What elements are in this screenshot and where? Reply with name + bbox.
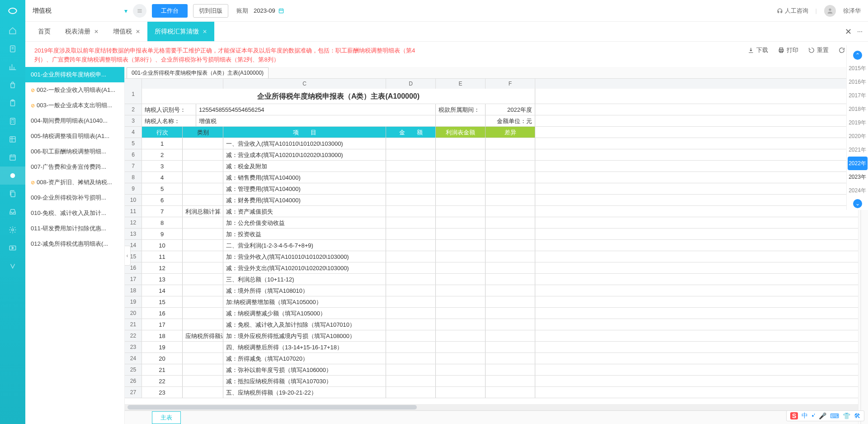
table-row[interactable]: 117利润总额计算减：资产减值损失 (125, 206, 858, 217)
nav-video-icon[interactable] (0, 239, 25, 257)
switch-old-button[interactable]: 切到旧版 (193, 4, 228, 18)
ime-bar[interactable]: S 中 •' 🎤 ⌨ 👕 🛠 (786, 410, 864, 421)
h-scrollbar[interactable] (125, 404, 858, 410)
year-button[interactable]: 2020年 (848, 129, 868, 143)
table-row[interactable]: 1612减：营业外支出(填写A102010\102020\103000) (125, 262, 858, 274)
nav-form-icon[interactable] (0, 130, 25, 148)
close-icon[interactable]: ✕ (203, 29, 207, 35)
nav-chart-icon[interactable] (0, 58, 25, 76)
form-nav-item[interactable]: 012-减免所得税优惠明细表(... (25, 236, 124, 252)
year-button[interactable]: 2021年 (848, 143, 868, 157)
form-nav-item[interactable]: 007-广告费和业务宣传费跨... (25, 159, 124, 175)
form-nav-item[interactable]: 004-期间费用明细表(A1040... (25, 113, 124, 129)
table-row[interactable]: 2016减：纳税调整减少额（填写A105000） (125, 308, 858, 319)
nav-bag-icon[interactable] (0, 76, 25, 94)
form-nav-item[interactable]: 001-企业所得税年度纳税申... (25, 67, 124, 82)
user-name[interactable]: 徐泽华 (843, 7, 861, 15)
nav-calendar-icon[interactable] (0, 148, 25, 167)
reset-button[interactable]: 重置 (808, 46, 829, 54)
table-row[interactable]: 1410二、营业利润(1-2-3-4-5-6-7+8+9) (125, 240, 858, 251)
consult-link[interactable]: 人工咨询 (777, 7, 808, 15)
form-nav-item[interactable]: ⊘008-资产折旧、摊销及纳税... (25, 175, 124, 190)
table-row[interactable]: 51一、营业收入(填写A101010\101020\103000) (125, 138, 858, 149)
svg-point-8 (12, 229, 14, 231)
sheet-footer-tab[interactable]: 主表 (152, 411, 181, 424)
nav-v-icon[interactable] (0, 257, 25, 275)
close-icon[interactable]: ✕ (136, 29, 140, 35)
year-button[interactable]: 2019年 (848, 116, 868, 129)
table-row[interactable]: 2521减：弥补以前年度亏损（填写A106000） (125, 364, 858, 376)
print-button[interactable]: 打印 (778, 46, 798, 54)
period-label: 账期 (236, 7, 248, 15)
nav-inbox-icon[interactable] (0, 203, 25, 221)
nav-settings-icon[interactable] (0, 221, 25, 239)
tab-more-button[interactable]: ⋯ (857, 29, 863, 35)
nav-tax-icon[interactable] (0, 167, 25, 185)
table-row[interactable]: 139加：投资收益 (125, 229, 858, 240)
scroll-down-button[interactable]: ⌄ (853, 199, 862, 208)
download-button[interactable]: 下载 (748, 46, 768, 54)
tab-vat[interactable]: 增值税✕ (106, 22, 147, 41)
year-button[interactable]: 2024年 (848, 184, 868, 197)
collapse-left-handle[interactable]: ‹ (125, 246, 131, 266)
tab-tax-list[interactable]: 税表清册✕ (58, 22, 106, 41)
app-logo[interactable] (0, 0, 25, 22)
ime-tool-icon: 🛠 (854, 412, 860, 419)
table-row[interactable]: 84减：销售费用(填写A104000) (125, 172, 858, 183)
table-row[interactable]: 2117减：免税、减计收入及加计扣除（填写A107010） (125, 319, 858, 330)
year-button[interactable]: 2015年 (848, 62, 868, 75)
year-button[interactable]: 2023年 (848, 170, 868, 184)
table-row[interactable]: 2622减：抵扣应纳税所得额（填写A107030） (125, 376, 858, 387)
nav-copy-icon[interactable] (0, 185, 25, 203)
table-row[interactable]: 1915加:纳税调整增加额（填写A105000） (125, 296, 858, 308)
table-row[interactable]: 2319四、纳税调整后所得（13-14+15-16-17+18） (125, 342, 858, 353)
spreadsheet[interactable]: 1企业所得税年度纳税申报表（A类）主表(A100000) 2 纳税人识别号： 1… (125, 89, 858, 404)
close-icon[interactable]: ✕ (94, 29, 99, 35)
workbench-button[interactable]: 工作台 (152, 4, 188, 18)
year-button[interactable]: 2016年 (848, 75, 868, 89)
year-button[interactable]: 2017年 (848, 89, 868, 102)
table-row[interactable]: 1814减：境外所得（填写A108010） (125, 285, 858, 296)
download-icon (748, 47, 754, 53)
table-row[interactable]: 73减：税金及附加 (125, 161, 858, 172)
tab-home[interactable]: 首页 (31, 22, 58, 41)
form-nav: 001-企业所得税年度纳税申...⊘002-一般企业收入明细表(A1...⊘00… (25, 67, 125, 424)
menu-toggle-button[interactable] (133, 4, 146, 18)
svg-rect-4 (10, 137, 15, 142)
scroll-up-button[interactable]: ⌃ (853, 51, 862, 60)
year-button[interactable]: 2018年 (848, 102, 868, 116)
form-nav-item[interactable]: 009-企业所得税弥补亏损明... (25, 190, 124, 205)
warn-icon: ⊘ (31, 87, 35, 93)
avatar[interactable] (824, 5, 836, 17)
form-nav-item[interactable]: 005-纳税调整项目明细表(A1... (25, 129, 124, 144)
org-selector[interactable]: 增值税 ▾ (33, 7, 127, 15)
table-row[interactable]: 2420减：所得减免（填写A107020） (125, 353, 858, 364)
tab-income-tax[interactable]: 所得税汇算清缴✕ (147, 22, 214, 41)
sheet-tab[interactable]: 001-企业所得税年度纳税申报表（A类）主表(A100000) (127, 67, 269, 78)
sheet-title: 企业所得税年度纳税申报表（A类）主表(A100000) (142, 89, 535, 104)
table-row[interactable]: 2723五、应纳税所得额（19-20-21-22） (125, 387, 858, 398)
period-picker[interactable]: 2023-09 (254, 7, 284, 14)
form-nav-item[interactable]: 010-免税、减计收入及加计... (25, 205, 124, 221)
table-row[interactable]: 62减：营业成本(填写A102010\102020\103000) (125, 149, 858, 161)
form-nav-item[interactable]: ⊘002-一般企业收入明细表(A1... (25, 82, 124, 98)
table-row[interactable]: 1713三、利润总额（10+11-12) (125, 274, 858, 285)
form-nav-item[interactable]: ⊘003-一般企业成本支出明细... (25, 98, 124, 113)
tab-close-button[interactable]: ✕ (845, 27, 852, 37)
svg-rect-7 (11, 192, 15, 197)
nav-home-icon[interactable] (0, 22, 25, 40)
table-row[interactable]: 2218应纳税所得额计算加：境外应税所得抵减境内亏损（填写A108000） (125, 330, 858, 342)
nav-doc-icon[interactable] (0, 40, 25, 58)
table-row[interactable]: 106减：财务费用(填写A104000) (125, 195, 858, 206)
form-nav-item[interactable]: 011-研发费用加计扣除优惠... (25, 221, 124, 236)
form-nav-item[interactable]: 006-职工薪酬纳税调整明细... (25, 144, 124, 159)
table-row[interactable]: 1511加：营业外收入(填写A101010\101020\103000) (125, 251, 858, 262)
year-button[interactable]: 2022年 (848, 157, 868, 170)
table-row[interactable]: 128加：公允价值变动收益 (125, 217, 858, 229)
table-row[interactable]: 95减：管理费用(填写A104000) (125, 183, 858, 195)
nav-clipboard-icon[interactable] (0, 94, 25, 112)
warn-icon: ⊘ (31, 180, 35, 186)
col-letter: C (223, 79, 386, 89)
col-letter: E (436, 79, 486, 89)
nav-calc-icon[interactable] (0, 112, 25, 130)
